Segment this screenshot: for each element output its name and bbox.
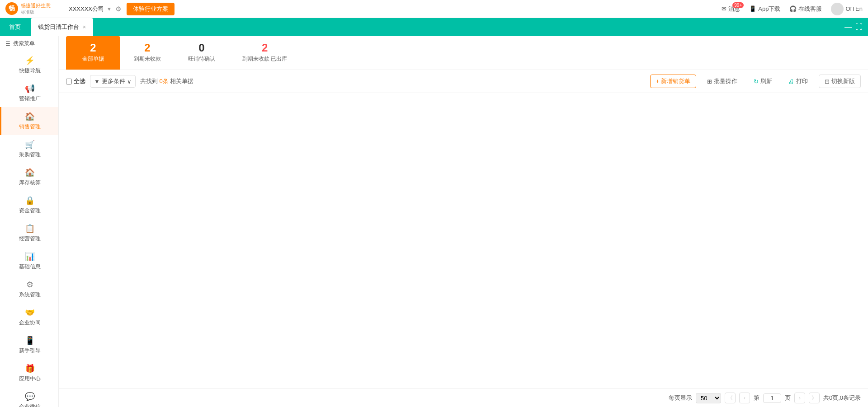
- stat-label-all: 全部单据: [82, 55, 104, 63]
- messages-badge: 99+: [732, 2, 744, 8]
- prev-page-btn[interactable]: ‹: [739, 393, 750, 403]
- stat-tab-overdue[interactable]: 2 到期未收款: [120, 36, 175, 70]
- stats-tabs: 2 全部单据 2 到期未收款 0 旺铺待确认 2 到期未收款 已出库: [59, 36, 868, 70]
- stat-label-unshipped: 到期未收款 已出库: [242, 55, 287, 63]
- switch-icon: ⊡: [825, 78, 830, 85]
- stat-num-pending: 0: [198, 42, 204, 54]
- toolbar-right: + 新增销货单 ⊞ 批量操作 ↻ 刷新 🖨 打印 ⊡ 切换新版: [650, 75, 861, 88]
- found-text: 共找到 0条 相关单据: [140, 77, 193, 85]
- sidebar-item-quick-nav[interactable]: ⚡ 快捷导航: [0, 51, 58, 79]
- table-area: [59, 93, 868, 388]
- tab-maximize-icon[interactable]: ⛶: [855, 23, 863, 31]
- stat-num-unshipped: 2: [262, 42, 268, 54]
- more-filters-btn[interactable]: ▼ 更多条件 ∨: [90, 75, 136, 88]
- sidebar-item-purchase[interactable]: 🛒 采购管理: [0, 135, 58, 163]
- tab-minimize-icon[interactable]: —: [844, 23, 852, 31]
- sidebar-item-marketing[interactable]: 📢 营销推广: [0, 79, 58, 107]
- select-all-input[interactable]: [66, 79, 72, 84]
- sidebar-item-finance[interactable]: 🔒 资金管理: [0, 191, 58, 219]
- marketing-icon: 📢: [25, 84, 35, 94]
- search-menu-label: 搜索菜单: [13, 40, 35, 47]
- settings-icon[interactable]: ⚙: [115, 5, 121, 13]
- select-all-checkbox[interactable]: 全选: [66, 77, 85, 85]
- top-bar: 畅 畅捷通好生意 标准版 XXXXXX公司 ▼ ⚙ 体验行业方案 ✉ 消息 99…: [0, 0, 868, 18]
- top-right-area: ✉ 消息 99+ 📱 App下载 🎧 在线客服 OfTEn: [722, 3, 863, 15]
- enterprise-icon: 🤝: [25, 308, 35, 318]
- operations-icon: 📋: [25, 224, 35, 234]
- app-download-btn[interactable]: 📱 App下载: [749, 5, 780, 13]
- stat-num-overdue: 2: [144, 42, 150, 54]
- sidebar-item-system[interactable]: ⚙ 系统管理: [0, 275, 58, 303]
- stat-tab-all[interactable]: 2 全部单据: [66, 36, 120, 70]
- system-icon: ⚙: [26, 280, 33, 290]
- sidebar-item-beginner[interactable]: 📱 新手引导: [0, 331, 58, 359]
- sidebar-item-enterprise[interactable]: 🤝 企业协同: [0, 303, 58, 331]
- sidebar-item-label: 新手引导: [19, 347, 41, 355]
- print-icon: 🖨: [788, 78, 794, 85]
- sidebar-item-label: 应用中心: [19, 375, 41, 383]
- tab-close-icon[interactable]: ×: [83, 24, 86, 30]
- search-menu-icon: ☰: [5, 41, 10, 47]
- toolbar-left: 全选 ▼ 更多条件 ∨ 共找到 0条 相关单据: [66, 75, 645, 88]
- sidebar-item-basic-info[interactable]: 📊 基础信息: [0, 247, 58, 275]
- sidebar-item-label: 基础信息: [19, 263, 41, 271]
- messages-btn[interactable]: ✉ 消息 99+: [722, 5, 740, 13]
- batch-ops-label: 批量操作: [714, 77, 737, 85]
- avatar-image: [831, 3, 844, 15]
- sidebar-item-inventory[interactable]: 🏠 库存核算: [0, 163, 58, 191]
- tab-bar: 首页 钱货日清工作台 × — ⛶: [0, 18, 868, 36]
- content-area: 2 全部单据 2 到期未收款 0 旺铺待确认 2 到期未收款 已出库 全选: [59, 36, 868, 407]
- switch-label: 切换新版: [831, 77, 855, 85]
- sidebar: ☰ 搜索菜单 ⚡ 快捷导航 📢 营销推广 🏠 销售管理 🛒 采购管理 🏠 库存核…: [0, 36, 59, 407]
- toolbar: 全选 ▼ 更多条件 ∨ 共找到 0条 相关单据 + 新增销货单 ⊞ 批量操作: [59, 70, 868, 93]
- quick-nav-icon: ⚡: [25, 56, 35, 65]
- sidebar-item-label: 资金管理: [19, 207, 41, 215]
- stat-label-overdue: 到期未收款: [134, 55, 161, 63]
- stat-tab-pending[interactable]: 0 旺铺待确认: [175, 36, 229, 70]
- sidebar-item-app-center[interactable]: 🎁 应用中心: [0, 359, 58, 387]
- sidebar-item-wechat[interactable]: 💬 企业微信: [0, 387, 58, 407]
- tab-bar-controls: — ⛶: [844, 23, 868, 31]
- found-count: 0条: [160, 78, 169, 84]
- online-service-icon: 🎧: [789, 5, 797, 12]
- sidebar-item-label: 快捷导航: [19, 67, 41, 75]
- avatar[interactable]: OfTEn: [831, 3, 863, 15]
- avatar-name: OfTEn: [845, 5, 863, 12]
- total-info: 共0页,0条记录: [823, 394, 861, 402]
- batch-ops-btn[interactable]: ⊞ 批量操作: [702, 75, 743, 88]
- tab-home[interactable]: 首页: [0, 18, 30, 36]
- logo-icon: 畅: [5, 2, 18, 15]
- page-input[interactable]: [763, 393, 781, 403]
- online-service-btn[interactable]: 🎧 在线客服: [789, 5, 822, 13]
- page-suffix: 页: [785, 394, 791, 402]
- beginner-icon: 📱: [25, 336, 35, 346]
- search-menu-btn[interactable]: ☰ 搜索菜单: [0, 36, 58, 51]
- next-page-btn[interactable]: ›: [794, 393, 805, 403]
- logo-tag: 标准版: [21, 9, 51, 15]
- last-page-btn[interactable]: 》: [809, 393, 820, 403]
- sidebar-item-label: 系统管理: [19, 291, 41, 299]
- sidebar-item-operations[interactable]: 📋 经营管理: [0, 219, 58, 247]
- app-download-label: App下载: [758, 5, 780, 13]
- sidebar-item-label: 库存核算: [19, 179, 41, 187]
- company-selector[interactable]: XXXXXX公司 ▼: [69, 5, 112, 13]
- sidebar-item-label: 营销推广: [19, 95, 41, 103]
- select-all-label: 全选: [74, 77, 85, 85]
- sidebar-item-sales[interactable]: 🏠 销售管理: [0, 107, 58, 135]
- more-filters-label: 更多条件: [102, 77, 125, 85]
- per-page-select[interactable]: 50 100 200: [696, 393, 721, 403]
- finance-icon: 🔒: [25, 196, 35, 206]
- print-btn[interactable]: 🖨 打印: [783, 75, 813, 88]
- trial-btn[interactable]: 体验行业方案: [127, 3, 175, 15]
- refresh-btn[interactable]: ↻ 刷新: [748, 75, 778, 88]
- tab-active[interactable]: 钱货日清工作台 ×: [31, 18, 93, 36]
- stat-tab-unshipped[interactable]: 2 到期未收款 已出库: [229, 36, 301, 70]
- first-page-btn[interactable]: 《: [725, 393, 736, 403]
- add-sales-btn[interactable]: + 新增销货单: [650, 75, 696, 88]
- refresh-icon: ↻: [754, 78, 759, 85]
- stat-label-pending: 旺铺待确认: [188, 55, 215, 63]
- switch-version-btn[interactable]: ⊡ 切换新版: [819, 75, 861, 88]
- sidebar-item-label: 经营管理: [19, 235, 41, 243]
- message-icon: ✉: [722, 5, 726, 12]
- filter-arrow-icon: ∨: [127, 78, 132, 85]
